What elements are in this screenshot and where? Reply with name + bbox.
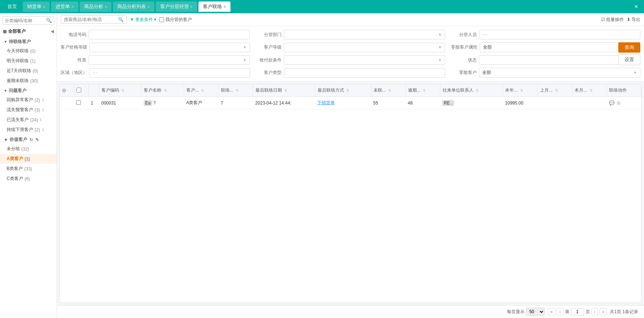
settings-button[interactable]: 设置 [618,54,640,65]
main-search-bar[interactable]: 🔍 [61,15,127,24]
sidebar-value-item[interactable]: B类客户(33) [0,164,57,174]
first-page-btn[interactable]: « [548,308,555,315]
data-table-area: ⚙ 客户编码 ⇅ 客户名称 ⇅ 客户... ⇅ 联络... ⇅ 最后联络日期 ⇅… [59,84,642,303]
gear-icon[interactable]: ⚙ [62,88,67,93]
col-uncontacted[interactable]: 未联... ⇅ [371,84,405,97]
close-tab-product-analysis[interactable]: × [105,4,107,9]
sidebar-problem-item[interactable]: 已流失客户(24)ℹ [0,115,57,125]
col-unit-contact[interactable]: 往来单位联系人 ⇅ [440,84,503,97]
col-category[interactable]: 客户... ⇅ [184,84,218,97]
sidebar-value-item[interactable]: A类客户(1) [0,154,57,164]
filter-region: 区域（地区） ··· [61,66,250,79]
col-gear[interactable]: ⚙ [60,84,74,97]
payment-select[interactable]: ▼ [284,55,445,65]
sort-icon: ⇅ [346,88,349,92]
region-input[interactable]: ··· [89,68,250,78]
col-name[interactable]: 客户名称 ⇅ [142,84,184,97]
dept-select[interactable]: ▼ [284,30,445,39]
sidebar-pending-item[interactable]: 今天待联络(0) [0,46,57,56]
collapse-btn[interactable]: ◀ [51,29,54,34]
batch-op-btn[interactable]: ☑ 批量操作 [601,17,624,23]
close-all-tabs[interactable]: × [631,3,641,11]
more-filter-btn[interactable]: ▼ 更多条件 ▾ [130,17,156,23]
close-tab-purchase[interactable]: × [71,4,74,9]
manager-input[interactable]: ··· [479,30,640,39]
prev-page-btn[interactable]: ‹ [557,308,564,315]
col-check[interactable] [74,84,89,97]
col-last-date[interactable]: 最后联络日期 ⇅ [253,84,315,97]
retail-attr-select[interactable]: 全部▼ [480,42,640,52]
edit-icon[interactable]: ✎ [35,137,39,142]
col-last-month[interactable]: 上月... ⇅ [538,84,572,97]
last-method-link[interactable]: 下销货单 [317,100,335,105]
close-tab-customer-contact[interactable]: × [223,4,226,9]
nav-tab-sales[interactable]: 销货单× [23,1,50,12]
customer-type-field[interactable] [287,70,442,75]
next-page-btn[interactable]: › [591,308,598,315]
grid-action-icon[interactable]: ⊞ [617,100,620,106]
retail-select[interactable]: 全部▼ [479,68,640,78]
phone-input[interactable] [89,30,250,39]
sidebar-problem-item[interactable]: 回购异常客户(2)ℹ [0,95,57,105]
sidebar-value-item[interactable]: 未分组(32) [0,144,57,154]
export-btn[interactable]: ⬇ 导出 [627,17,640,23]
sidebar-pending-item[interactable]: 近7天待联络(0) [0,66,57,76]
nature-select[interactable]: ▼ [89,55,250,65]
nav-tab-customer-contact[interactable]: 客户联络× [198,1,230,12]
col-contacts[interactable]: 联络... ⇅ [218,84,253,97]
problem-count: (2) [35,98,40,103]
per-page-select[interactable]: 50 100 200 [526,308,545,316]
sidebar-value-item[interactable]: C类客户(6) [0,174,57,184]
select-all-checkbox[interactable] [76,88,81,92]
row-last-method[interactable]: 下销货单 [315,97,371,109]
nav-tab-customer-layer[interactable]: 客户分层经营× [156,1,197,12]
sort-icon: ⇅ [201,88,204,92]
nav-tab-home[interactable]: 首页 [3,1,21,12]
row-code: 000031 [99,97,142,109]
sidebar-search-input[interactable] [5,18,44,23]
price-level-select[interactable]: ▼ [89,43,250,52]
sidebar-search-bar[interactable]: 🔍 [2,16,54,25]
col-this-year[interactable]: 本年... ⇅ [503,84,538,97]
row-contacts: 7 [218,97,253,109]
col-overdue[interactable]: 逾期... ⇅ [405,84,440,97]
my-customers-checkbox[interactable] [159,17,164,22]
col-code[interactable]: 客户编码 ⇅ [99,84,142,97]
export-label: 导出 [632,17,640,23]
close-tab-sales[interactable]: × [43,4,45,9]
customer-type-input[interactable] [284,68,445,78]
page-number-input[interactable] [571,308,584,315]
all-customers-header[interactable]: ⊞ 全部客户 ◀ [0,26,57,37]
refresh-icon[interactable]: ↻ [29,137,33,142]
chat-action-icon[interactable]: 💬 [609,100,615,106]
main-search-input[interactable] [64,17,117,22]
filter-customer-type: 客户类型 [256,66,445,79]
last-page-btn[interactable]: » [600,308,607,315]
query-button[interactable]: 查询 [618,42,640,53]
customer-level-select[interactable]: ▼ [284,43,445,52]
status-select[interactable]: ▼ [479,55,640,65]
my-customers-label: 我分管的客户 [165,17,192,23]
nav-tab-product-analysis-list[interactable]: 商品分析列表× [113,1,154,12]
main-content: 🔍 ▼ 更多条件 ▾ 我分管的客户 ☑ 批量操作 ⬇ 导出 [57,13,644,318]
phone-field[interactable] [92,32,247,37]
nav-tab-purchase[interactable]: 进货单× [51,1,78,12]
pending-count: (0) [33,68,38,74]
row-checkbox[interactable] [74,97,89,109]
col-this-month[interactable]: 本月... ⇅ [572,84,607,97]
close-tab-customer-layer[interactable]: × [190,4,193,9]
sidebar-pending-item[interactable]: 明天待联络(1) [0,56,57,66]
sidebar-pending-item[interactable]: 逾期未联络(30) [0,76,57,86]
row-select-checkbox[interactable] [76,100,81,105]
close-tab-product-analysis-list[interactable]: × [147,4,150,9]
name-tag: Ea [144,100,152,106]
problem-count: (2) [35,127,40,132]
row-this-year: 10995.00 [503,97,538,109]
row-category: A类客户 [184,97,218,109]
sidebar-problem-item[interactable]: 流失预警客户(3)ℹ [0,105,57,115]
my-customers-checkbox-label[interactable]: 我分管的客户 [159,17,192,23]
nav-tab-product-analysis[interactable]: 商品分析× [80,1,111,12]
sidebar-problem-item[interactable]: 持续下滑客户(2)ℹ [0,125,57,135]
table-row: 1 000031 Ea? A类客户 7 2023-04-12 14:44: 下销… [60,97,641,109]
col-last-method[interactable]: 最后联络方式 ⇅ [315,84,371,97]
